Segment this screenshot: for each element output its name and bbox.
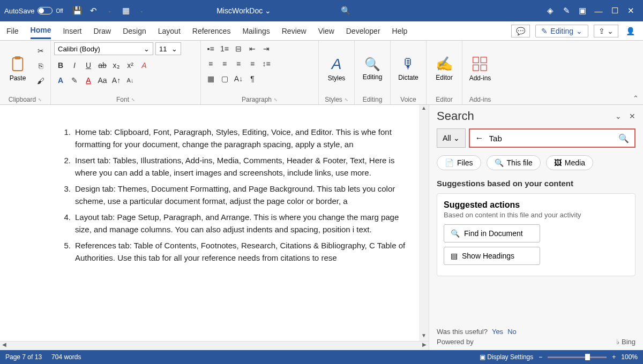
tab-developer[interactable]: Developer xyxy=(346,24,380,39)
grow-font-icon[interactable]: A↑ xyxy=(110,74,123,87)
align-left-icon[interactable]: ≡ xyxy=(204,57,217,70)
list-item[interactable]: Design tab: Themes, Document Formatting,… xyxy=(59,183,408,207)
search-scope-all[interactable]: All ⌄ xyxy=(437,128,466,148)
multilevel-list-icon[interactable]: ⊟ xyxy=(232,42,245,55)
shading-icon[interactable]: ▦ xyxy=(204,72,217,85)
editor-button[interactable]: ✍Editor xyxy=(430,42,459,95)
tab-home[interactable]: Home xyxy=(31,22,51,39)
wand-icon[interactable]: ✎ xyxy=(558,3,574,19)
list-item[interactable]: References tab: Table of Contents, Footn… xyxy=(59,240,408,264)
format-painter-icon[interactable]: 🖌 xyxy=(34,74,47,87)
search-submit-icon[interactable]: 🔍 xyxy=(618,133,629,143)
scroll-right-icon[interactable]: ▶ xyxy=(420,342,429,350)
copy-icon[interactable]: ⎘ xyxy=(34,59,47,72)
list-item[interactable]: Insert tab: Tables, Illustrations, Add-i… xyxy=(59,155,408,179)
horizontal-scrollbar[interactable]: ◀ ▶ xyxy=(0,341,429,350)
text-effects-icon[interactable]: A xyxy=(54,74,67,87)
zoom-level[interactable]: 100% xyxy=(621,353,638,361)
diamond-icon[interactable]: ◈ xyxy=(542,3,558,19)
pill-media[interactable]: 🖼 Media xyxy=(546,155,593,170)
maximize-icon[interactable]: ☐ xyxy=(607,3,623,19)
feedback-no[interactable]: No xyxy=(507,328,517,336)
tab-review[interactable]: Review xyxy=(282,24,306,39)
share-button[interactable]: ⇪ ⌄ xyxy=(594,25,618,37)
scroll-left-icon[interactable]: ◀ xyxy=(0,342,9,350)
display-settings[interactable]: ▣ Display Settings xyxy=(480,353,533,361)
addins-button[interactable]: Add-ins xyxy=(466,42,495,95)
bullet-list-icon[interactable]: ▪≡ xyxy=(204,42,217,55)
document-scroll[interactable]: Home tab: Clipboard, Font, Paragraph, St… xyxy=(0,105,419,341)
tab-help[interactable]: Help xyxy=(392,24,408,39)
change-case-icon[interactable]: Aa xyxy=(96,74,109,87)
underline-icon[interactable]: U xyxy=(82,59,95,72)
zoom-out-icon[interactable]: − xyxy=(539,353,542,361)
pill-thisfile[interactable]: 🔍 This file xyxy=(487,155,541,170)
align-right-icon[interactable]: ≡ xyxy=(232,57,245,70)
cut-icon[interactable]: ✂ xyxy=(34,44,47,57)
pane-close-icon[interactable]: ✕ xyxy=(629,112,635,120)
tab-insert[interactable]: Insert xyxy=(63,24,81,39)
tab-references[interactable]: References xyxy=(192,24,231,39)
bold-icon[interactable]: B xyxy=(54,59,67,72)
clear-format-icon[interactable]: A xyxy=(138,59,151,72)
collapse-ribbon-icon[interactable]: ⌃ xyxy=(633,94,639,102)
scroll-down-icon[interactable]: ▼ xyxy=(419,332,429,341)
grid-icon[interactable]: ▦ xyxy=(118,3,134,19)
dictate-button[interactable]: 🎙Dictate xyxy=(394,42,423,95)
align-center-icon[interactable]: ≡ xyxy=(218,57,231,70)
back-arrow-icon[interactable]: ← xyxy=(475,133,484,143)
editing-button[interactable]: 🔍Editing xyxy=(358,42,387,95)
tab-draw[interactable]: Draw xyxy=(93,24,111,39)
tab-file[interactable]: File xyxy=(6,24,19,39)
document-content[interactable]: Home tab: Clipboard, Font, Paragraph, St… xyxy=(0,126,419,264)
find-in-document-button[interactable]: 🔍 Find in Document xyxy=(444,224,540,242)
comments-button[interactable]: 💬 xyxy=(511,25,530,37)
toggle-switch[interactable] xyxy=(38,7,53,14)
superscript-icon[interactable]: x² xyxy=(124,59,137,72)
pill-files[interactable]: 📄 Files xyxy=(437,155,481,170)
shrink-font-icon[interactable]: A↓ xyxy=(124,74,137,87)
undo-icon[interactable]: ↶ xyxy=(86,3,102,19)
close-icon[interactable]: ✕ xyxy=(623,3,639,19)
font-color-icon[interactable]: A xyxy=(82,74,95,87)
styles-button[interactable]: AStyles xyxy=(322,42,351,95)
document-title[interactable]: MiscWorkDoc ⌄ xyxy=(150,6,338,15)
search-title-icon[interactable]: 🔍 xyxy=(338,3,354,19)
save-icon[interactable]: 💾 xyxy=(70,3,86,19)
editing-mode-button[interactable]: ✎ Editing ⌄ xyxy=(535,25,588,37)
tab-mailings[interactable]: Mailings xyxy=(242,24,270,39)
list-item[interactable]: Home tab: Clipboard, Font, Paragraph, St… xyxy=(59,126,408,150)
page-indicator[interactable]: Page 7 of 13 xyxy=(5,353,42,361)
font-size-select[interactable]: 11⌄ xyxy=(155,42,181,55)
zoom-slider[interactable] xyxy=(548,357,607,358)
show-marks-icon[interactable]: ¶ xyxy=(246,72,259,85)
tab-view[interactable]: View xyxy=(318,24,334,39)
scroll-up-icon[interactable]: ▲ xyxy=(419,105,429,113)
subscript-icon[interactable]: x₂ xyxy=(110,59,123,72)
pane-dropdown-icon[interactable]: ⌄ xyxy=(615,112,622,120)
sort-icon[interactable]: A↓ xyxy=(232,72,245,85)
minimize-icon[interactable]: — xyxy=(590,3,607,19)
word-count[interactable]: 704 words xyxy=(51,353,81,361)
show-headings-button[interactable]: ▤ Show Headings xyxy=(444,247,540,265)
window-icon[interactable]: ▣ xyxy=(574,3,590,19)
number-list-icon[interactable]: 1≡ xyxy=(218,42,231,55)
zoom-in-icon[interactable]: + xyxy=(612,353,616,361)
line-spacing-icon[interactable]: ↕≡ xyxy=(260,57,273,70)
strike-icon[interactable]: ab xyxy=(96,59,109,72)
italic-icon[interactable]: I xyxy=(68,59,81,72)
borders-icon[interactable]: ▢ xyxy=(218,72,231,85)
highlight-icon[interactable]: ✎ xyxy=(68,74,81,87)
search-input-box[interactable]: ← 🔍 xyxy=(469,128,635,148)
redo-icon[interactable]: ⌄ xyxy=(102,3,118,19)
feedback-yes[interactable]: Yes xyxy=(492,328,503,336)
profile-icon[interactable]: 👤 xyxy=(624,25,637,37)
dec-indent-icon[interactable]: ⇤ xyxy=(246,42,259,55)
list-item[interactable]: Layout tab: Page Setup, Paragraph, and A… xyxy=(59,211,408,236)
inc-indent-icon[interactable]: ⇥ xyxy=(260,42,273,55)
search-input[interactable] xyxy=(489,134,613,143)
font-name-select[interactable]: Calibri (Body)⌄ xyxy=(54,42,153,55)
vertical-scrollbar[interactable]: ▲ ▼ xyxy=(419,105,429,341)
tab-layout[interactable]: Layout xyxy=(158,24,181,39)
paste-button[interactable]: Paste xyxy=(3,42,32,95)
